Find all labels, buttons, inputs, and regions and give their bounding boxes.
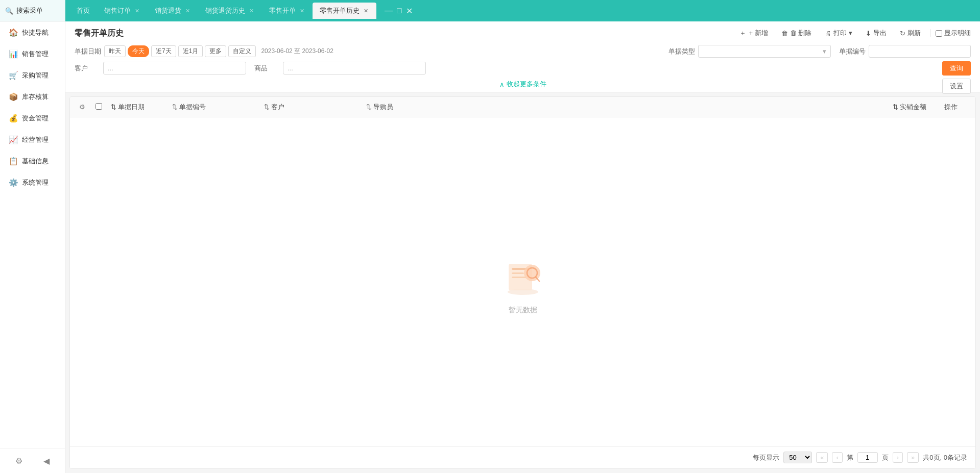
tab-close-sales-return-history[interactable]: ✕ [248,7,255,15]
filter-row-1: 单据日期 昨天今天近7天近1月更多自定义 2023-06-02 至 2023-0… [75,45,971,58]
date-btn-today[interactable]: 今天 [128,45,149,57]
tab-label-sales-order: 销售订单 [104,6,131,15]
inventory-icon: 📦 [9,92,18,102]
sidebar-label-quick-nav: 快捷导航 [22,28,49,37]
empty-text: 暂无数据 [509,306,537,315]
add-icon: ＋ [739,29,746,38]
date-btn-last_month[interactable]: 近1月 [178,45,203,57]
window-controls: — □ ✕ [385,6,413,16]
date-btn-last7[interactable]: 近7天 [151,45,176,57]
tab-bar: 首页销售订单✕销货退货✕销货退货历史✕零售开单✕零售开单历史✕ — □ ✕ [65,0,980,21]
doctype-label: 单据类型 [668,47,695,56]
sidebar-label-base-info: 基础信息 [22,157,49,166]
docnum-label: 单据编号 [839,47,866,56]
th-customer[interactable]: ⇅ 客户 [260,103,362,112]
th-ops: 操作 [930,103,971,112]
date-btn-custom[interactable]: 自定义 [228,45,256,57]
export-button[interactable]: ⬇ 导出 [862,27,891,40]
tab-retail-history[interactable]: 零售开单历史✕ [313,3,376,19]
goods-select[interactable]: ... [283,62,426,74]
main-area: 首页销售订单✕销货退货✕销货退货历史✕零售开单✕零售开单历史✕ — □ ✕ 零售… [65,0,980,473]
next-page-button[interactable]: › [893,452,903,463]
export-icon: ⬇ [866,30,871,37]
tab-close-sales-order[interactable]: ✕ [134,7,140,15]
sidebar-item-inventory[interactable]: 📦库存核算 [0,86,65,108]
tab-home[interactable]: 首页 [69,3,97,19]
th-date[interactable]: ⇅ 单据日期 [107,103,168,112]
sidebar-item-purchase-mgmt[interactable]: 🛒采购管理 [0,65,65,86]
first-page-button[interactable]: « [816,452,828,463]
page-label: 页 [882,453,889,462]
prev-page-button[interactable]: ‹ [832,452,842,463]
tab-close-retail-open[interactable]: ✕ [299,7,305,15]
refresh-button[interactable]: ↻ 刷新 [896,27,925,40]
select-all-checkbox[interactable] [90,103,107,111]
collapse-sidebar-icon[interactable]: ◀ [41,454,52,468]
sidebar-search[interactable]: 🔍 搜索采单 [0,0,65,22]
content-area: 零售开单历史 ＋ + 新增 🗑 🗑 删除 🖨 打印 ▾ [65,21,980,473]
filter-doctype-item: 单据类型 ▾ [668,45,831,58]
toolbar-divider [930,29,930,37]
chevron-up-icon: ∧ [499,81,505,88]
current-page-input[interactable]: 1 [857,452,878,463]
table-settings-icon[interactable]: ⚙ [74,103,90,111]
tab-label-home: 首页 [77,6,90,15]
filter-date-item: 单据日期 昨天今天近7天近1月更多自定义 2023-06-02 至 2023-0… [75,45,333,57]
th-amount[interactable]: ⇅ 实销金额 [869,103,930,112]
add-button[interactable]: ＋ + 新增 [735,27,772,40]
doctype-select[interactable]: ▾ [698,45,831,58]
tab-label-retail-open: 零售开单 [269,6,296,15]
system-mgmt-icon: ⚙️ [9,178,18,187]
sidebar-item-operations[interactable]: 📈经营管理 [0,129,65,151]
filter-row-2: 客户 ... 商品 ... [75,62,971,74]
sidebar-item-base-info[interactable]: 📋基础信息 [0,151,65,172]
delete-button[interactable]: 🗑 🗑 删除 [777,27,816,40]
filter-goods-item: 商品 ... [254,62,426,74]
tab-sales-order[interactable]: 销售订单✕ [97,3,148,19]
svg-rect-4 [512,277,526,278]
tab-close-sales-return[interactable]: ✕ [184,7,191,15]
sidebar-item-finance[interactable]: 💰资金管理 [0,108,65,129]
per-page-label: 每页显示 [753,453,779,462]
tab-close-retail-history[interactable]: ✕ [363,7,369,15]
last-page-button[interactable]: » [907,452,919,463]
query-button[interactable]: 查询 [942,61,971,76]
operations-icon: 📈 [9,135,18,144]
per-page-select[interactable]: 50 10 20 100 [783,452,812,463]
th-num[interactable]: ⇅ 单据编号 [168,103,260,112]
sidebar: 🔍 搜索采单 🏠快捷导航📊销售管理🛒采购管理📦库存核算💰资金管理📈经营管理📋基础… [0,0,65,473]
tab-sales-return-history[interactable]: 销货退货历史✕ [198,3,262,19]
docnum-input[interactable] [869,45,971,58]
tab-label-sales-return: 销货退货 [155,6,181,15]
print-button[interactable]: 🖨 打印 ▾ [821,27,856,40]
goods-filter-label: 商品 [254,64,280,73]
sidebar-footer: ⚙ ◀ [0,449,65,473]
table-area: ⚙ ⇅ 单据日期 ⇅ 单据编号 ⇅ 客户 ⇅ 导购员 [69,96,976,469]
settings-button[interactable]: 设置 [942,79,971,94]
customer-select[interactable]: ... [103,62,246,74]
collapse-filter-btn[interactable]: ∧ 收起更多条件 [75,79,971,92]
date-buttons: 昨天今天近7天近1月更多自定义 [104,45,256,57]
settings-footer-icon[interactable]: ⚙ [13,454,25,468]
sidebar-item-sales-mgmt[interactable]: 📊销售管理 [0,43,65,65]
sidebar-label-system-mgmt: 系统管理 [22,178,49,187]
table-header: ⚙ ⇅ 单据日期 ⇅ 单据编号 ⇅ 客户 ⇅ 导购员 [70,97,975,117]
sidebar-item-system-mgmt[interactable]: ⚙️系统管理 [0,172,65,193]
sidebar-label-finance: 资金管理 [22,114,49,123]
svg-rect-3 [512,272,524,274]
customer-filter-label: 客户 [75,64,100,73]
tab-sales-return[interactable]: 销货退货✕ [148,3,198,19]
quick-nav-icon: 🏠 [9,28,18,37]
pagination: 每页显示 50 10 20 100 « ‹ 第 1 页 › » 共0页, 0条记… [70,446,975,468]
show-detail-checkbox[interactable] [936,30,942,37]
minimize-button[interactable]: — [385,6,393,15]
date-btn-more[interactable]: 更多 [205,45,226,57]
tab-retail-open[interactable]: 零售开单✕ [262,3,313,19]
show-detail-toggle[interactable]: 显示明细 [936,29,971,38]
th-guide[interactable]: ⇅ 导购员 [362,103,423,112]
close-button[interactable]: ✕ [406,6,413,16]
sidebar-item-quick-nav[interactable]: 🏠快捷导航 [0,22,65,43]
date-btn-yesterday[interactable]: 昨天 [104,45,126,57]
maximize-button[interactable]: □ [397,6,402,15]
date-filter-label: 单据日期 [75,47,101,56]
